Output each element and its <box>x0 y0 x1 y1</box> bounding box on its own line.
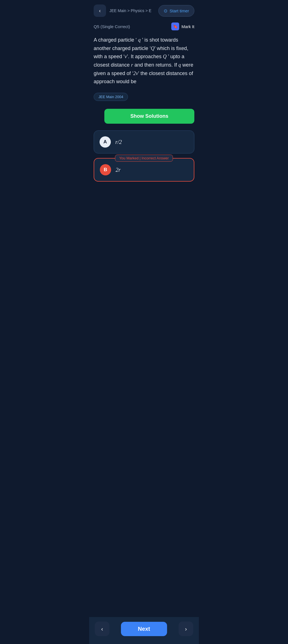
tag-container: JEE Main 2004 <box>89 92 199 107</box>
bottom-nav: ‹ Next › <box>89 617 199 644</box>
start-timer-label: Start timer <box>170 8 189 13</box>
option-b-circle: B <box>100 164 111 175</box>
option-a-circle: A <box>100 136 111 148</box>
option-a-text: r/2 <box>115 139 122 145</box>
prev-icon: ‹ <box>101 626 103 632</box>
start-timer-button[interactable]: ⊙ Start timer <box>158 5 194 17</box>
next-button[interactable]: Next <box>121 622 167 636</box>
back-icon: ‹ <box>99 8 101 14</box>
forward-icon: › <box>185 626 187 632</box>
jee-main-tag: JEE Main 2004 <box>94 93 128 101</box>
mark-it-label: Mark It <box>181 24 194 29</box>
var-q2: q <box>178 62 181 68</box>
var-Q: Q <box>151 46 154 51</box>
var-r: r <box>131 62 133 68</box>
incorrect-label: You Marked | Incorrect Answer <box>115 155 173 162</box>
timer-icon: ⊙ <box>164 8 167 13</box>
var-Q2: Q <box>163 54 166 59</box>
var-v: v <box>125 54 127 59</box>
breadcrumb: JEE Main > Physics > E <box>109 8 158 13</box>
options-container: A r/2 You Marked | Incorrect Answer B 2r <box>89 130 199 182</box>
var-q: q <box>138 37 141 43</box>
option-b-card[interactable]: You Marked | Incorrect Answer B 2r <box>94 158 194 182</box>
option-a-card[interactable]: A r/2 <box>94 130 194 153</box>
prev-button[interactable]: ‹ <box>95 622 109 636</box>
header: ‹ JEE Main > Physics > E ⊙ Start timer <box>89 0 199 20</box>
back-button[interactable]: ‹ <box>94 4 106 17</box>
option-b-text: 2r <box>116 167 121 173</box>
show-solutions-container: Show Solutions <box>89 107 199 130</box>
mark-it-button[interactable]: 🔖 Mark It <box>171 22 194 30</box>
question-body: A charged particle ‘ q ’ is shot towards… <box>89 34 199 92</box>
question-meta: Q5 (Single Correct) 🔖 Mark It <box>89 20 199 34</box>
bookmark-icon: 🔖 <box>171 22 179 30</box>
question-label: Q5 (Single Correct) <box>94 24 130 29</box>
show-solutions-button[interactable]: Show Solutions <box>104 109 194 124</box>
var-2v: 2v <box>133 71 138 76</box>
forward-button[interactable]: › <box>179 622 193 636</box>
